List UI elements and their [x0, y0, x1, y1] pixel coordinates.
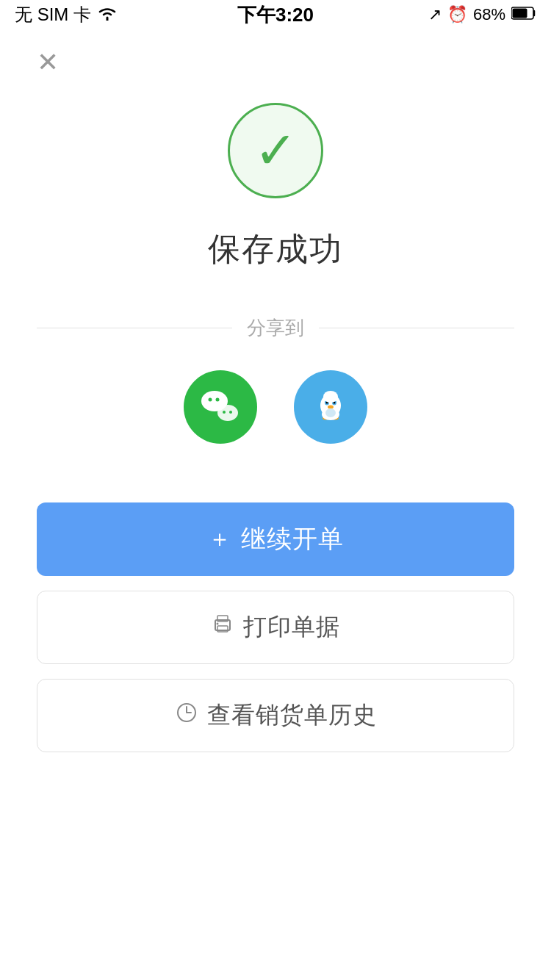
svg-point-3	[209, 398, 212, 402]
divider-left	[37, 328, 232, 328]
wechat-share-button[interactable]	[184, 370, 257, 444]
qq-icon	[310, 386, 351, 428]
checkmark-icon: ✓	[254, 125, 298, 176]
status-bar: 无 SIM 卡 下午3:20 ↗ ⏰ 68%	[0, 0, 551, 29]
svg-point-7	[229, 411, 232, 414]
alarm-icon: ⏰	[447, 5, 467, 24]
print-icon	[211, 613, 234, 642]
continue-order-button[interactable]: ＋ 继续开单	[37, 502, 514, 576]
plus-icon: ＋	[208, 523, 232, 555]
wechat-icon	[198, 385, 242, 429]
success-title: 保存成功	[208, 228, 343, 271]
status-time: 下午3:20	[237, 2, 314, 28]
battery-text: 68%	[473, 5, 505, 24]
share-icons	[184, 370, 367, 444]
location-icon: ↗	[428, 5, 442, 24]
close-button[interactable]: ✕	[29, 44, 66, 81]
svg-point-14	[323, 391, 338, 403]
svg-point-13	[328, 406, 334, 409]
svg-rect-1	[513, 9, 527, 18]
svg-point-5	[217, 405, 238, 421]
svg-point-6	[223, 411, 226, 414]
continue-order-label: 继续开单	[241, 522, 344, 556]
wifi-icon	[97, 4, 118, 25]
qq-share-button[interactable]	[294, 370, 367, 444]
svg-point-18	[325, 408, 336, 417]
print-label: 打印单据	[243, 611, 340, 644]
battery-icon	[511, 5, 536, 24]
print-button[interactable]: 打印单据	[37, 591, 514, 664]
share-label: 分享到	[247, 315, 304, 341]
divider-right	[319, 328, 514, 328]
main-content: ✓ 保存成功 分享到	[0, 29, 551, 767]
close-icon: ✕	[37, 49, 59, 76]
history-label: 查看销货单历史	[207, 699, 377, 732]
no-sim-text: 无 SIM 卡	[15, 3, 91, 26]
view-history-button[interactable]: 查看销货单历史	[37, 679, 514, 752]
svg-point-4	[216, 398, 220, 402]
status-right: ↗ ⏰ 68%	[428, 5, 536, 24]
success-circle: ✓	[228, 103, 323, 198]
share-divider: 分享到	[37, 315, 514, 341]
svg-point-22	[217, 623, 219, 625]
history-icon	[175, 701, 198, 730]
status-left: 无 SIM 卡	[15, 3, 118, 26]
action-buttons: ＋ 继续开单 打印单据 查看销货单历史	[37, 502, 514, 752]
